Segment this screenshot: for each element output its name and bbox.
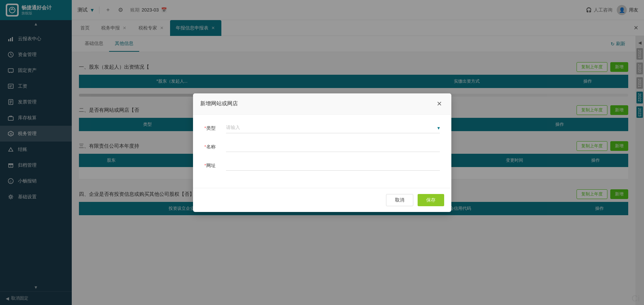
save-button[interactable]: 保存	[418, 194, 444, 206]
form-row-name: *名称	[205, 142, 440, 152]
name-input[interactable]	[226, 142, 440, 150]
type-input[interactable]	[226, 123, 440, 131]
form-input-wrap-url	[226, 161, 440, 171]
type-dropdown-icon[interactable]: ▾	[437, 125, 440, 131]
form-label-type: *类型	[205, 125, 226, 131]
cancel-button[interactable]: 取消	[386, 194, 413, 206]
url-input[interactable]	[226, 161, 440, 169]
form-label-name: *名称	[205, 144, 226, 150]
form-input-wrap-type: ▾	[226, 123, 440, 133]
modal-overlay[interactable]: 新增网站或网店 ✕ *类型 ▾ *名称	[0, 0, 644, 305]
label-text-url: 网址	[206, 163, 216, 168]
label-text-name: 名称	[206, 144, 216, 149]
form-label-url: *网址	[205, 162, 226, 169]
label-text-type: 类型	[206, 125, 216, 131]
modal-close-button[interactable]: ✕	[434, 99, 444, 108]
modal-title: 新增网站或网店	[200, 100, 238, 107]
form-row-url: *网址	[205, 161, 440, 171]
modal-header: 新增网站或网店 ✕	[193, 93, 451, 115]
modal-footer: 取消 保存	[193, 188, 451, 212]
modal-body: *类型 ▾ *名称 *网址	[193, 115, 451, 188]
modal-add-website: 新增网站或网店 ✕ *类型 ▾ *名称	[193, 93, 451, 212]
form-input-wrap-name	[226, 142, 440, 152]
form-row-type: *类型 ▾	[205, 123, 440, 133]
